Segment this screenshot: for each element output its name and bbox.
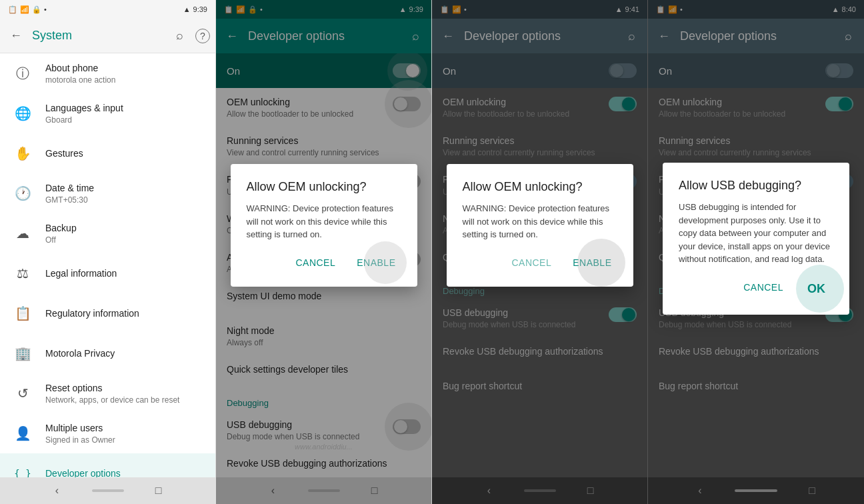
about-text: About phone motorola one action xyxy=(45,62,205,84)
panel-system-settings: 📋 📶 🔒 • ▲ 9:39 ← System ⌕ ? ⓘ About phon… xyxy=(0,0,216,504)
users-text: Multiple users Signed in as Owner xyxy=(45,422,205,444)
sim-icon: 📶 xyxy=(20,5,29,14)
regulatory-text: Regulatory information xyxy=(45,307,205,319)
nav-home-left[interactable] xyxy=(92,489,124,492)
users-title: Multiple users xyxy=(45,422,205,434)
gestures-icon: ✋ xyxy=(11,141,35,165)
languages-title: Languages & input xyxy=(45,102,205,114)
developer-title: Developer options xyxy=(45,467,205,477)
enable-circle xyxy=(364,241,407,284)
sidebar-item-regulatory[interactable]: 📋 Regulatory information xyxy=(0,293,215,333)
sidebar-item-developer[interactable]: { } Developer options xyxy=(0,453,215,477)
protect-icon: 🔒 xyxy=(32,5,41,14)
reset-title: Reset options xyxy=(45,382,205,394)
oem-dialog-overlay-r1: Allow OEM unlocking? WARNING: Device pro… xyxy=(432,0,647,504)
panel-developer-options: 📋 📶 🔒 • ▲ 9:39 ← Developer options ⌕ On xyxy=(216,0,432,504)
dot-icon: • xyxy=(44,5,47,13)
sidebar-item-languages[interactable]: 🌐 Languages & input Gboard xyxy=(0,93,215,133)
enable-circle-r1 xyxy=(577,239,625,287)
toolbar-title: System xyxy=(32,29,163,43)
datetime-icon: 🕐 xyxy=(11,181,35,205)
datetime-subtitle: GMT+05:30 xyxy=(45,195,205,205)
sidebar-item-users[interactable]: 👤 Multiple users Signed in as Owner xyxy=(0,413,215,453)
datetime-text: Date & time GMT+05:30 xyxy=(45,182,205,204)
reset-subtitle: Network, apps, or device can be reset xyxy=(45,395,205,405)
enable-btn-container-r1: Enable xyxy=(567,255,617,271)
gestures-title: Gestures xyxy=(45,147,205,159)
about-icon: ⓘ xyxy=(11,61,35,85)
toolbar-system: ← System ⌕ ? xyxy=(0,19,215,53)
oem-dialog-title: Allow OEM unlocking? xyxy=(247,180,401,194)
legal-icon: ⚖ xyxy=(11,261,35,285)
sidebar-item-datetime[interactable]: 🕐 Date & time GMT+05:30 xyxy=(0,173,215,213)
ok-circle xyxy=(796,265,844,313)
motorola-icon: 🏢 xyxy=(11,341,35,365)
oem-cancel-button-r1[interactable]: Cancel xyxy=(506,255,557,271)
oem-dialog: Allow OEM unlocking? WARNING: Device pro… xyxy=(231,164,417,287)
oem-dialog-title-r1: Allow OEM unlocking? xyxy=(463,180,617,194)
nav-back-left[interactable]: ‹ xyxy=(49,483,65,499)
wifi-icon: ▲ xyxy=(183,5,191,13)
datetime-title: Date & time xyxy=(45,182,205,194)
usb-dialog-body: USB debugging is intended for developmen… xyxy=(679,201,833,266)
bottom-nav-left: ‹ □ xyxy=(0,477,215,504)
time-display: 9:39 xyxy=(193,5,207,13)
users-icon: 👤 xyxy=(11,421,35,445)
usb-cancel-button[interactable]: Cancel xyxy=(738,279,789,299)
users-subtitle: Signed in as Owner xyxy=(45,435,205,445)
regulatory-icon: 📋 xyxy=(11,301,35,325)
panel-developer-right1: 📋 📶 • ▲ 9:41 ← Developer options ⌕ On OE… xyxy=(432,0,648,504)
usb-dialog-title: Allow USB debugging? xyxy=(679,179,833,193)
back-button[interactable]: ← xyxy=(5,25,27,47)
developer-text: Developer options xyxy=(45,467,205,477)
regulatory-title: Regulatory information xyxy=(45,307,205,319)
status-bar-left: 📋 📶 🔒 • ▲ 9:39 xyxy=(0,0,215,19)
search-button[interactable]: ⌕ xyxy=(169,25,190,47)
about-title: About phone xyxy=(45,62,205,74)
gestures-text: Gestures xyxy=(45,147,205,159)
languages-subtitle: Gboard xyxy=(45,115,205,125)
backup-subtitle: Off xyxy=(45,235,205,245)
motorola-title: Motorola Privacy xyxy=(45,347,205,359)
languages-text: Languages & input Gboard xyxy=(45,102,205,124)
settings-list: ⓘ About phone motorola one action 🌐 Lang… xyxy=(0,53,215,477)
reset-icon: ↺ xyxy=(11,381,35,405)
legal-title: Legal information xyxy=(45,267,205,279)
backup-text: Backup Off xyxy=(45,222,205,244)
notification-icon: 📋 xyxy=(8,5,17,14)
oem-dialog-overlay: Allow OEM unlocking? WARNING: Device pro… xyxy=(216,0,431,504)
developer-icon: { } xyxy=(11,461,35,477)
sidebar-item-motorola-privacy[interactable]: 🏢 Motorola Privacy xyxy=(0,333,215,373)
enable-btn-container: Enable xyxy=(351,255,401,271)
status-icons-right: ▲ 9:39 xyxy=(183,5,207,13)
sidebar-item-backup[interactable]: ☁ Backup Off xyxy=(0,213,215,253)
backup-icon: ☁ xyxy=(11,221,35,245)
oem-cancel-button[interactable]: Cancel xyxy=(290,255,341,271)
about-subtitle: motorola one action xyxy=(45,75,205,85)
oem-dialog-actions: Cancel Enable xyxy=(247,255,401,271)
backup-title: Backup xyxy=(45,222,205,234)
sidebar-item-gestures[interactable]: ✋ Gestures xyxy=(0,133,215,173)
languages-icon: 🌐 xyxy=(11,101,35,125)
motorola-text: Motorola Privacy xyxy=(45,347,205,359)
oem-dialog-body-r1: WARNING: Device protection features will… xyxy=(463,202,617,241)
legal-text: Legal information xyxy=(45,267,205,279)
usb-dialog-overlay: Allow USB debugging? USB debugging is in… xyxy=(648,0,864,504)
usb-dialog: Allow USB debugging? USB debugging is in… xyxy=(663,163,849,315)
help-button[interactable]: ? xyxy=(195,29,210,43)
oem-dialog-actions-r1: Cancel Enable xyxy=(463,255,617,271)
panel-developer-right2: 📋 📶 • ▲ 8:40 ← Developer options ⌕ On OE… xyxy=(648,0,864,504)
sidebar-item-reset[interactable]: ↺ Reset options Network, apps, or device… xyxy=(0,373,215,413)
usb-dialog-actions: Cancel OK xyxy=(679,279,833,299)
oem-dialog-body: WARNING: Device protection features will… xyxy=(247,202,401,241)
oem-dialog-r1: Allow OEM unlocking? WARNING: Device pro… xyxy=(447,164,633,287)
status-icons-left: 📋 📶 🔒 • xyxy=(8,5,47,14)
nav-recent-left[interactable]: □ xyxy=(151,483,167,499)
sidebar-item-about-phone[interactable]: ⓘ About phone motorola one action xyxy=(0,53,215,93)
sidebar-item-legal[interactable]: ⚖ Legal information xyxy=(0,253,215,293)
reset-text: Reset options Network, apps, or device c… xyxy=(45,382,205,404)
ok-btn-container: OK xyxy=(799,279,833,299)
